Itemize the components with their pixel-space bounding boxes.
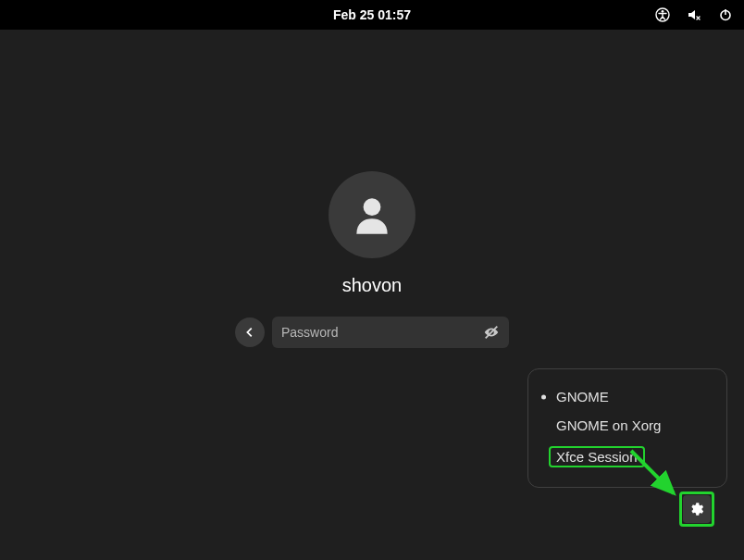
person-icon <box>349 192 395 238</box>
session-menu: GNOME GNOME on Xorg Xfce Session <box>527 368 727 488</box>
session-option-gnome[interactable]: GNOME <box>528 382 726 411</box>
gear-icon <box>688 501 705 517</box>
clock-label: Feb 25 01:57 <box>333 7 411 22</box>
session-option-gnome-xorg[interactable]: GNOME on Xorg <box>528 411 726 440</box>
volume-muted-icon[interactable] <box>687 7 701 22</box>
session-option-label: GNOME on Xorg <box>556 417 661 433</box>
chevron-left-icon <box>243 326 256 339</box>
selected-dot-icon <box>541 394 546 399</box>
annotation-highlight: Xfce Session <box>549 446 645 467</box>
session-option-xfce[interactable]: Xfce Session <box>528 440 726 474</box>
session-option-label: Xfce Session <box>556 449 638 465</box>
back-button[interactable] <box>235 317 265 347</box>
user-avatar <box>329 171 415 258</box>
svg-point-1 <box>662 10 664 13</box>
svg-point-4 <box>364 198 381 216</box>
session-settings-button[interactable] <box>683 495 711 523</box>
top-bar: Feb 25 01:57 <box>0 0 744 30</box>
accessibility-icon[interactable] <box>655 7 670 22</box>
password-field-container <box>272 317 509 348</box>
username-label: shovon <box>342 275 403 296</box>
login-panel: shovon <box>235 171 509 348</box>
password-input[interactable] <box>281 325 476 340</box>
power-icon[interactable] <box>718 7 733 22</box>
toggle-password-visibility[interactable] <box>483 324 500 341</box>
password-row <box>235 317 509 348</box>
session-option-label: GNOME <box>556 389 609 404</box>
eye-off-icon <box>483 324 500 341</box>
topbar-status-area <box>655 0 733 30</box>
